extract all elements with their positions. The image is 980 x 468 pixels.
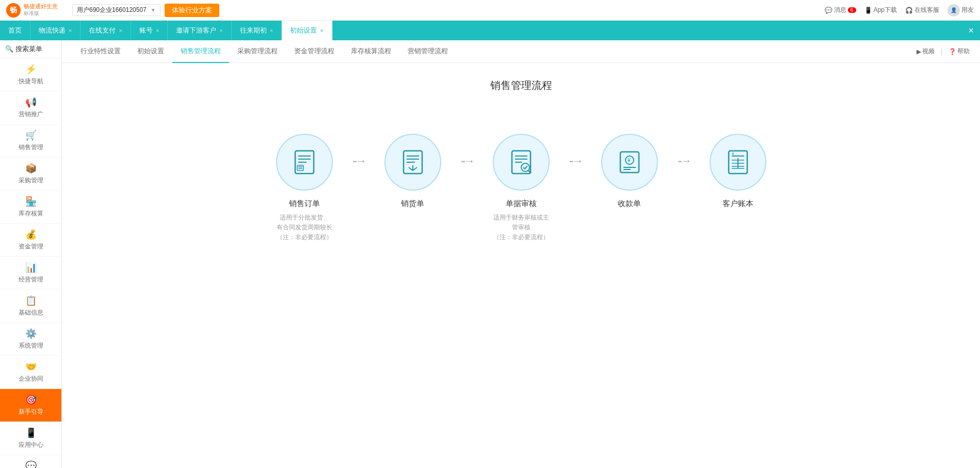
tab-payment[interactable]: 在线支付 × bbox=[81, 21, 131, 40]
system-icon: ⚙️ bbox=[25, 328, 37, 339]
sub-tab-right: ▶ 视频 | ❓ 帮助 bbox=[917, 47, 970, 56]
ledger-name: 客户账本 bbox=[722, 199, 753, 209]
top-bar: 畅 畅捷通好生意 标准版 用户690企业1660120507 ▼ 体验行业方案 … bbox=[0, 0, 980, 21]
logo-text: 畅捷通好生意 bbox=[24, 3, 58, 10]
operation-icon: 📊 bbox=[25, 262, 37, 273]
inventory-icon: 🏪 bbox=[25, 196, 37, 207]
tab-period-init[interactable]: 往来期初 × bbox=[232, 21, 282, 40]
flow-step-review: 单据审核 适用于财务审核或主管审核（注：非必要流程） bbox=[480, 134, 563, 243]
sub-tab-sales-process-label: 销售管理流程 bbox=[181, 47, 221, 55]
review-icon bbox=[508, 149, 535, 176]
svg-text:¥: ¥ bbox=[731, 151, 734, 156]
sidebar-item-app-center[interactable]: 📱 应用中心 bbox=[0, 422, 61, 455]
review-desc: 适用于财务审核或主管审核（注：非必要流程） bbox=[493, 213, 549, 243]
online-service-label: 在线客服 bbox=[914, 6, 939, 14]
delivery-circle bbox=[384, 134, 441, 191]
quick-nav-icon: ⚡ bbox=[25, 64, 37, 75]
sub-tab-initial[interactable]: 初始设置 bbox=[129, 40, 172, 63]
tab-home[interactable]: 首页 bbox=[0, 21, 30, 40]
svg-line-19 bbox=[525, 166, 527, 169]
message-badge: 6 bbox=[848, 7, 856, 13]
trial-button[interactable]: 体验行业方案 bbox=[165, 4, 219, 17]
sidebar-item-purchase[interactable]: 📦 采购管理 bbox=[0, 158, 61, 191]
sub-tab-inventory-process[interactable]: 库存核算流程 bbox=[343, 40, 399, 63]
app-download-item[interactable]: 📱 App下载 bbox=[864, 6, 897, 14]
sales-order-desc: 适用于分批发货、有合同发货周期较长（注：非必要流程） bbox=[277, 213, 332, 243]
tab-initial-setup[interactable]: 初始设置 × bbox=[282, 21, 332, 40]
sub-tab-finance-process[interactable]: 资金管理流程 bbox=[286, 40, 343, 63]
sidebar-item-quick-nav[interactable]: ⚡ 快捷导航 bbox=[0, 58, 61, 91]
sidebar-item-basic-info-label: 基础信息 bbox=[19, 308, 43, 317]
sidebar-item-purchase-label: 采购管理 bbox=[19, 176, 43, 185]
sidebar-item-collab[interactable]: 🤝 企业协同 bbox=[0, 356, 61, 389]
sub-tab-sales-process[interactable]: 销售管理流程 bbox=[172, 40, 229, 63]
receipt-circle: ¥ bbox=[601, 134, 658, 191]
tab-logistics[interactable]: 物流快递 × bbox=[30, 21, 81, 40]
collab-icon: 🤝 bbox=[25, 361, 37, 372]
tab-invite[interactable]: 邀请下游客户 × bbox=[168, 21, 231, 40]
tab-logistics-close[interactable]: × bbox=[69, 27, 72, 34]
tab-period-init-close[interactable]: × bbox=[270, 27, 273, 34]
sidebar-item-collab-label: 企业协同 bbox=[19, 375, 43, 383]
close-all-tabs-button[interactable]: × bbox=[962, 25, 980, 36]
app-download-label: App下载 bbox=[874, 6, 897, 14]
arrow-1: ···→ bbox=[346, 134, 372, 168]
tab-account-label: 账号 bbox=[139, 26, 153, 35]
tab-invite-close[interactable]: × bbox=[219, 27, 222, 34]
flow-step-ledger: ¥ 客户账本 bbox=[697, 134, 779, 213]
top-bar-right: 💬 消息 6 📱 App下载 🎧 在线客服 👤 用友 bbox=[825, 4, 974, 17]
sidebar-item-sales[interactable]: 🛒 销售管理 bbox=[0, 124, 61, 158]
user-name-label: 用友 bbox=[961, 6, 974, 14]
user-selector-label: 用户690企业1660120507 bbox=[77, 6, 147, 14]
sidebar-search[interactable]: 🔍 搜索菜单 bbox=[0, 40, 61, 58]
tab-invite-label: 邀请下游客户 bbox=[176, 26, 216, 35]
sidebar-item-basic-info[interactable]: 📋 基础信息 bbox=[0, 290, 61, 323]
user-avatar-item[interactable]: 👤 用友 bbox=[947, 4, 974, 17]
marketing-icon: 📢 bbox=[25, 97, 37, 108]
sub-tab-inventory-process-label: 库存核算流程 bbox=[351, 47, 391, 55]
divider: | bbox=[941, 48, 942, 55]
sidebar-item-quick-nav-label: 快捷导航 bbox=[19, 77, 43, 86]
help-link[interactable]: ❓ 帮助 bbox=[949, 47, 970, 56]
sidebar-item-marketing[interactable]: 📢 营销推广 bbox=[0, 91, 61, 124]
message-item[interactable]: 💬 消息 6 bbox=[825, 6, 856, 14]
phone-icon: 📱 bbox=[864, 7, 872, 14]
video-link[interactable]: ▶ 视频 bbox=[917, 47, 935, 56]
tab-initial-setup-close[interactable]: × bbox=[320, 27, 323, 34]
message-icon: 💬 bbox=[825, 7, 832, 14]
user-selector[interactable]: 用户690企业1660120507 ▼ bbox=[72, 4, 160, 16]
sidebar-item-new-guide[interactable]: 🎯 新手引导 bbox=[0, 389, 61, 422]
svg-text:¥: ¥ bbox=[627, 158, 631, 163]
sub-tab-industry-label: 行业特性设置 bbox=[81, 47, 121, 55]
sub-tab-purchase-process[interactable]: 采购管理流程 bbox=[229, 40, 286, 63]
online-service-item[interactable]: 🎧 在线客服 bbox=[905, 6, 939, 14]
help-label: 帮助 bbox=[957, 47, 970, 56]
search-icon: 🔍 bbox=[5, 45, 13, 53]
tab-account-close[interactable]: × bbox=[156, 27, 159, 34]
logo-icon: 畅 bbox=[6, 3, 21, 18]
video-label: 视频 bbox=[922, 47, 935, 56]
sidebar-item-inventory[interactable]: 🏪 库存核算 bbox=[0, 191, 61, 224]
sub-tab-finance-process-label: 资金管理流程 bbox=[294, 47, 334, 55]
logo-area: 畅 畅捷通好生意 标准版 bbox=[6, 3, 68, 18]
sidebar-item-enterprise-wechat[interactable]: 💬 企业微信 bbox=[0, 455, 61, 468]
sub-tabs: 行业特性设置 初始设置 销售管理流程 采购管理流程 资金管理流程 库存核算流程 … bbox=[62, 40, 980, 63]
sidebar-item-finance[interactable]: 💰 资金管理 bbox=[0, 224, 61, 257]
sub-tab-industry[interactable]: 行业特性设置 bbox=[72, 40, 129, 63]
flow-step-receipt: ¥ 收款单 bbox=[588, 134, 671, 213]
sidebar-item-system[interactable]: ⚙️ 系统管理 bbox=[0, 323, 61, 356]
process-content: 销售管理流程 销售订 bbox=[62, 63, 980, 468]
logo-text-block: 畅捷通好生意 标准版 bbox=[24, 3, 58, 17]
headphone-icon: 🎧 bbox=[905, 7, 913, 14]
sidebar-item-operation[interactable]: 📊 经营管理 bbox=[0, 257, 61, 290]
sales-order-circle bbox=[276, 134, 333, 191]
new-guide-icon: 🎯 bbox=[25, 394, 37, 405]
top-bar-left: 畅 畅捷通好生意 标准版 用户690企业1660120507 ▼ 体验行业方案 bbox=[6, 3, 219, 18]
tab-period-init-label: 往来期初 bbox=[240, 26, 267, 35]
app-center-icon: 📱 bbox=[25, 427, 37, 439]
sidebar-item-inventory-label: 库存核算 bbox=[19, 209, 43, 218]
tab-account[interactable]: 账号 × bbox=[131, 21, 168, 40]
sub-tab-marketing-process[interactable]: 营销管理流程 bbox=[399, 40, 456, 63]
tab-payment-close[interactable]: × bbox=[119, 27, 122, 34]
nav-tabs: 首页 物流快递 × 在线支付 × 账号 × 邀请下游客户 × 往来期初 × 初始… bbox=[0, 21, 980, 40]
